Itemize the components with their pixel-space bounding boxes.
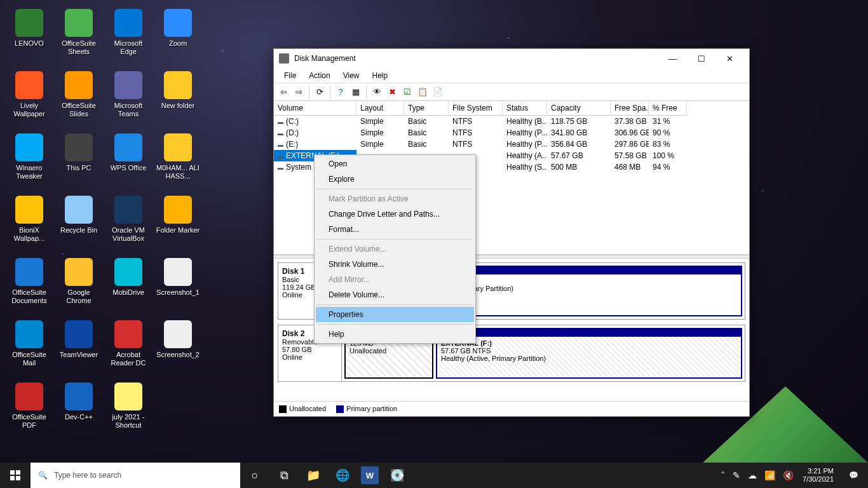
desktop-icon[interactable]: OfficeSuite Mail <box>5 318 53 379</box>
icon-label: OfficeSuite Mail <box>6 351 52 367</box>
desktop-icon[interactable]: MobiDrive <box>104 255 153 316</box>
desktop-icon[interactable]: OfficeSuite PDF <box>5 380 53 441</box>
col-type[interactable]: Type <box>404 101 449 116</box>
col-capacity[interactable]: Capacity <box>547 101 611 116</box>
desktop-icon[interactable]: OfficeSuite Sheets <box>55 6 103 67</box>
desktop-icon[interactable]: OfficeSuite Documents <box>5 255 53 316</box>
context-menu-item: Mark Partition as Active <box>316 191 474 207</box>
app-icon <box>15 196 43 224</box>
delete-icon[interactable]: ✖ <box>385 85 399 99</box>
help-icon[interactable]: ? <box>334 85 348 99</box>
volume-row[interactable]: (D:)SimpleBasicNTFSHealthy (P...341.80 G… <box>274 127 749 139</box>
desktop-icon[interactable]: Dev-C++ <box>55 380 103 441</box>
back-button[interactable]: ⇦ <box>276 85 290 99</box>
desktop-icon[interactable]: Recycle Bin <box>55 193 103 254</box>
desktop-icon[interactable]: This PC <box>55 131 103 192</box>
desktop-icon[interactable]: Screenshot_1 <box>154 255 202 316</box>
context-menu-item[interactable]: Format... <box>316 222 474 237</box>
tray-feather-icon[interactable]: ✎ <box>729 463 744 488</box>
desktop-icon[interactable]: New folder <box>154 69 202 130</box>
desktop-icon[interactable]: M0HAM... ALI HASS... <box>154 131 202 192</box>
col-status[interactable]: Status <box>503 101 547 116</box>
desktop-icon[interactable]: LENOVO <box>5 6 53 67</box>
cortana-icon[interactable]: ○ <box>240 463 269 488</box>
desktop-icon[interactable]: july 2021 - Shortcut <box>104 380 153 441</box>
maximize-button[interactable]: ☐ <box>687 49 715 68</box>
app-icon <box>114 258 142 286</box>
context-menu-item[interactable]: Shrink Volume... <box>316 257 474 272</box>
context-menu-item[interactable]: Open <box>316 156 474 172</box>
col-layout[interactable]: Layout <box>356 101 404 116</box>
context-menu: OpenExploreMark Partition as ActiveChang… <box>314 154 476 344</box>
volume-row[interactable]: (C:)SimpleBasicNTFSHealthy (B...118.75 G… <box>274 116 749 127</box>
desktop-icon[interactable]: Zoom <box>154 6 202 67</box>
chrome-icon[interactable]: 🌐 <box>328 463 357 488</box>
volume-row[interactable]: (E:)SimpleBasicNTFSHealthy (P...356.84 G… <box>274 139 749 150</box>
desktop-icon[interactable]: Winaero Tweaker <box>5 131 53 192</box>
context-menu-item[interactable]: Delete Volume... <box>316 287 474 302</box>
desktop-icon[interactable]: Folder Marker <box>154 193 202 254</box>
app-icon <box>15 133 43 161</box>
word-icon[interactable]: W <box>361 466 379 484</box>
menu-view[interactable]: View <box>337 70 366 81</box>
close-button[interactable]: ✕ <box>715 49 744 68</box>
context-menu-item[interactable]: Explore <box>316 172 474 187</box>
svg-rect-1 <box>16 470 20 475</box>
icon-label: Lively Wallpaper <box>6 102 52 118</box>
icon-label: Oracle VM VirtualBox <box>105 226 151 242</box>
help2-icon[interactable]: 📄 <box>431 85 445 99</box>
tray-onedrive-icon[interactable]: ☁ <box>744 463 761 488</box>
props-icon[interactable]: 📋 <box>416 85 430 99</box>
desktop-icon[interactable]: Microsoft Edge <box>104 6 153 67</box>
task-view-icon[interactable]: ⧉ <box>269 463 299 488</box>
list-icon[interactable]: ▦ <box>349 85 363 99</box>
svg-rect-0 <box>10 470 15 475</box>
col-pct[interactable]: % Free <box>649 101 687 116</box>
icon-label: Microsoft Edge <box>105 39 151 55</box>
disk-2-external-partition[interactable]: EXTERNAL (F:) 57.67 GB NTFS Healthy (Act… <box>436 328 742 379</box>
icon-label: WPS Office <box>111 164 147 172</box>
app-icon <box>114 133 142 161</box>
desktop-icon[interactable]: WPS Office <box>104 131 153 192</box>
tray-wifi-icon[interactable]: 📶 <box>761 463 779 488</box>
desktop-icon[interactable]: Google Chrome <box>55 255 103 316</box>
check-icon[interactable]: ☑ <box>400 85 414 99</box>
titlebar[interactable]: Disk Management — ☐ ✕ <box>274 49 749 68</box>
icon-label: Screenshot_2 <box>156 351 200 359</box>
app-icon <box>15 9 43 37</box>
col-fs[interactable]: File System <box>449 101 503 116</box>
menu-action[interactable]: Action <box>302 70 336 81</box>
diskmgmt-taskbar-icon[interactable]: 💽 <box>383 463 412 488</box>
col-volume[interactable]: Volume <box>274 101 356 116</box>
desktop-icon[interactable]: OfficeSuite Slides <box>55 69 103 130</box>
tray-volume-icon[interactable]: 🔇 <box>779 463 797 488</box>
refresh-button[interactable]: ⟳ <box>313 85 327 99</box>
icon-label: OfficeSuite PDF <box>6 413 52 429</box>
clock[interactable]: 3:21 PM 7/30/2021 <box>797 467 839 484</box>
context-menu-item[interactable]: Properties <box>316 307 474 322</box>
menu-help[interactable]: Help <box>366 70 395 81</box>
app-icon <box>114 9 142 37</box>
app-icon <box>114 196 142 224</box>
icon-label: Screenshot_1 <box>156 288 200 297</box>
forward-button[interactable]: ⇨ <box>292 85 306 99</box>
desktop-icon[interactable]: BioniX Wallpap... <box>5 193 53 254</box>
context-menu-item[interactable]: Help <box>316 327 474 342</box>
icon-label: LENOVO <box>15 39 44 48</box>
menu-file[interactable]: File <box>278 70 302 81</box>
desktop-icon[interactable]: Lively Wallpaper <box>5 69 53 130</box>
notifications-icon[interactable]: 💬 <box>839 463 868 488</box>
start-button[interactable] <box>0 463 31 488</box>
desktop-icon[interactable]: TeamViewer <box>55 318 103 379</box>
action-icon[interactable]: 👁 <box>370 85 384 99</box>
explorer-icon[interactable]: 📁 <box>299 463 328 488</box>
context-menu-item[interactable]: Change Drive Letter and Paths... <box>316 207 474 222</box>
desktop-icon[interactable]: Microsoft Teams <box>104 69 153 130</box>
desktop-icon[interactable]: Oracle VM VirtualBox <box>104 193 153 254</box>
desktop-icon[interactable]: Screenshot_2 <box>154 318 202 379</box>
minimize-button[interactable]: — <box>658 49 687 68</box>
desktop-icon[interactable]: Acrobat Reader DC <box>104 318 153 379</box>
col-free[interactable]: Free Spa... <box>611 101 649 116</box>
tray-chevron-icon[interactable]: ˄ <box>717 463 729 488</box>
search-box[interactable]: 🔍 Type here to search <box>31 463 240 488</box>
